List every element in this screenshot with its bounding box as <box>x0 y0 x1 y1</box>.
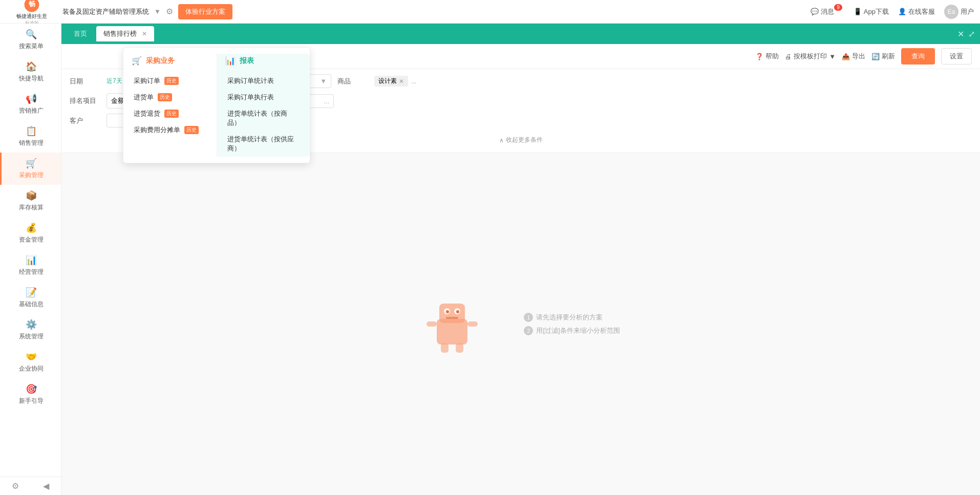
sidebar-item-inventory[interactable]: 📦 库存核算 <box>0 185 61 217</box>
dropdown-item-report-3[interactable]: 进货单统计表（按供应商） <box>225 131 302 157</box>
doc-status-arrow-icon: ▼ <box>320 77 327 85</box>
online-service-btn[interactable]: 👤 在线客服 <box>898 7 935 16</box>
inventory-icon: 📦 <box>26 190 37 201</box>
toolbar-right: ❓ 帮助 🖨 按模板打印 ▼ 📤 导出 🔄 刷新 查询 设置 <box>755 48 972 64</box>
goods-tag-close-icon[interactable]: ✕ <box>399 78 404 85</box>
purchase-title-icon: 🛒 <box>132 56 142 66</box>
service-icon: 👤 <box>898 8 906 15</box>
messages-btn[interactable]: 💬 消息 9 <box>811 7 844 16</box>
dropdown-item-purchase-expense[interactable]: 采购费用分摊单 历史 <box>132 122 208 138</box>
tab-sales-rank[interactable]: 销售排行榜 ✕ <box>96 26 154 41</box>
top-header: 畅 畅捷通好生意 标准版 装备及固定资产辅助管理系统 ▼ ⚙ 体验行业方案 💬 … <box>0 0 980 24</box>
svg-rect-3 <box>439 304 465 323</box>
goods-filter-group: 设计素 ✕ ... <box>374 76 416 87</box>
content-area: 首页 销售排行榜 ✕ ✕ ⤢ ❓ 帮助 🖨 按模板打印 ▼ <box>61 24 980 495</box>
finance-icon: 💰 <box>26 222 37 233</box>
sidebar-item-enterprise[interactable]: 🤝 企业协同 <box>0 346 61 378</box>
export-icon: 📤 <box>842 53 850 60</box>
sidebar-settings-btn[interactable]: ⚙ <box>12 481 19 491</box>
main-content: 1 请先选择要分析的方案 2 用[过滤]条件来缩小分析范围 <box>61 153 980 495</box>
report-1-label: 采购订单执行表 <box>227 93 274 102</box>
export-btn[interactable]: 📤 导出 <box>842 52 865 61</box>
empty-state: 1 请先选择要分析的方案 2 用[过滤]条件来缩小分析范围 <box>421 293 620 355</box>
sidebar-label-marketing: 营销推广 <box>19 106 44 115</box>
tab-home[interactable]: 首页 <box>67 26 94 41</box>
business-icon: 📊 <box>26 254 37 266</box>
dropdown-purchase-title: 🛒 采购业务 <box>132 54 208 68</box>
date-shortcut-7days[interactable]: 近7天 <box>106 77 122 85</box>
sidebar-bottom: ⚙ ◀ <box>0 477 61 495</box>
dropdown-report-col: 📊 报表 采购订单统计表 采购订单执行表 进货单统计表（按商品） 进货单统计表（… <box>217 54 310 157</box>
sidebar-item-guide[interactable]: 🎯 新手引导 <box>0 378 61 411</box>
collapse-label: 收起更多条件 <box>506 136 543 144</box>
svg-rect-11 <box>441 343 449 353</box>
main-layout: 🔍 搜索菜单 🏠 快捷导航 📢 营销推广 📋 销售管理 🛒 采购管理 📦 库存核… <box>0 24 980 495</box>
basic-icon: 📝 <box>26 287 37 298</box>
system-dropdown-icon[interactable]: ▼ <box>154 8 161 15</box>
refresh-icon: 🔄 <box>871 53 880 60</box>
print-icon: 🖨 <box>785 53 792 60</box>
tab-sales-rank-label: 销售排行榜 <box>103 30 137 37</box>
logo-area: 畅 畅捷通好生意 标准版 <box>6 0 57 27</box>
sidebar-item-finance[interactable]: 💰 资金管理 <box>0 217 61 249</box>
dropdown-item-purchase-order[interactable]: 采购订单 历史 <box>132 73 208 89</box>
purchase-title-label: 采购业务 <box>146 56 175 66</box>
history-badge-1: 历史 <box>158 93 172 101</box>
empty-illustration <box>421 293 483 355</box>
sidebar-label-search: 搜索菜单 <box>19 42 44 51</box>
report-0-label: 采购订单统计表 <box>227 76 274 85</box>
collapse-up-icon: ∧ <box>499 137 504 144</box>
purchase-return-label: 进货退货 <box>134 109 160 118</box>
user-btn[interactable]: Ea 用户 <box>944 5 974 19</box>
header-gear-icon[interactable]: ⚙ <box>166 7 173 16</box>
empty-hint-1-text: 请先选择要分析的方案 <box>536 313 603 322</box>
sidebar-item-system[interactable]: ⚙️ 系统管理 <box>0 314 61 346</box>
home-icon: 🏠 <box>26 61 37 72</box>
sidebar-label-basic: 基础信息 <box>19 300 44 309</box>
sidebar-item-purchase[interactable]: 🛒 采购管理 <box>0 153 61 185</box>
report-2-label: 进货单统计表（按商品） <box>227 109 300 127</box>
app-download-label: App下载 <box>864 7 889 16</box>
help-btn[interactable]: ❓ 帮助 <box>755 52 779 61</box>
sidebar-item-basic[interactable]: 📝 基础信息 <box>0 282 61 314</box>
sidebar-label-sales: 销售管理 <box>19 139 44 147</box>
sidebar-item-sales[interactable]: 📋 销售管理 <box>0 120 61 153</box>
messages-label: 消息 <box>821 7 834 16</box>
goods-more-dots[interactable]: ... <box>411 78 416 85</box>
app-download-btn[interactable]: 📱 App下载 <box>854 7 889 16</box>
tab-maximize-icon[interactable]: ⤢ <box>968 29 975 39</box>
sidebar: 🔍 搜索菜单 🏠 快捷导航 📢 营销推广 📋 销售管理 🛒 采购管理 📦 库存核… <box>0 24 61 495</box>
tab-close-btn[interactable]: ✕ <box>142 30 147 37</box>
sidebar-item-marketing[interactable]: 📢 营销推广 <box>0 88 61 120</box>
svg-text:畅: 畅 <box>29 0 35 8</box>
dropdown-item-report-2[interactable]: 进货单统计表（按商品） <box>225 105 302 131</box>
sidebar-label-system: 系统管理 <box>19 332 44 341</box>
query-btn[interactable]: 查询 <box>901 48 935 64</box>
customer-label: 客户 <box>70 116 100 125</box>
tab-bar-right: ✕ ⤢ <box>957 29 975 39</box>
print-btn[interactable]: 🖨 按模板打印 ▼ <box>785 52 836 61</box>
sidebar-label-finance: 资金管理 <box>19 235 44 244</box>
guide-icon: 🎯 <box>26 383 37 395</box>
sidebar-collapse-btn[interactable]: ◀ <box>43 481 49 491</box>
sidebar-item-quick[interactable]: 🏠 快捷导航 <box>0 56 61 88</box>
tab-close-window-icon[interactable]: ✕ <box>957 29 964 39</box>
refresh-btn[interactable]: 🔄 刷新 <box>871 52 895 61</box>
sidebar-label-quick: 快捷导航 <box>19 74 44 83</box>
dropdown-item-purchase-in[interactable]: 进货单 历史 <box>132 89 208 105</box>
system-title: 装备及固定资产辅助管理系统 <box>62 7 149 16</box>
empty-hint-1: 1 请先选择要分析的方案 <box>524 313 603 322</box>
svg-rect-8 <box>446 317 458 319</box>
phone-icon: 📱 <box>854 8 862 15</box>
dropdown-item-report-0[interactable]: 采购订单统计表 <box>225 73 302 89</box>
industry-btn[interactable]: 体验行业方案 <box>178 4 232 19</box>
sidebar-item-search[interactable]: 🔍 搜索菜单 <box>0 24 61 56</box>
logo-icon: 畅 <box>24 0 40 13</box>
sidebar-item-business[interactable]: 📊 经营管理 <box>0 249 61 282</box>
dropdown-item-purchase-return[interactable]: 进货退货 历史 <box>132 105 208 122</box>
print-dropdown-icon[interactable]: ▼ <box>829 53 836 60</box>
dropdown-item-report-1[interactable]: 采购订单执行表 <box>225 89 302 105</box>
settings-btn[interactable]: 设置 <box>941 48 972 64</box>
print-label: 按模板打印 <box>794 52 827 61</box>
purchase-in-label: 进货单 <box>134 93 154 102</box>
